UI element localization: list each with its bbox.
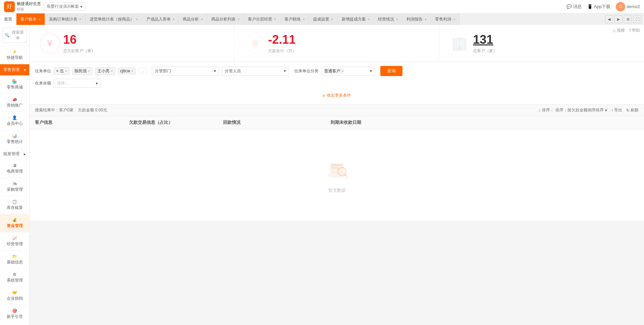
tab-profit-report[interactable]: 利润报告 × <box>402 13 431 25</box>
account-selector[interactable]: 母婴行业演示帐套 ▾ <box>44 2 85 11</box>
sidebar-item-retail-stat[interactable]: 📊 零售统计 <box>0 130 29 148</box>
tab-product-analysis-list[interactable]: 商品分析列表 × <box>207 13 244 25</box>
help-icon: ? <box>629 28 631 33</box>
app-download-btn[interactable]: 📱 App下载 <box>587 4 610 10</box>
tag-value: 王小亮 <box>97 68 110 74</box>
tab-purchase-stat[interactable]: 进货单统计表（按商品） × <box>86 13 142 25</box>
sort-btn[interactable]: ↕ 排序： 排序：按欠款金额倒序排序 ▾ <box>539 107 607 113</box>
tab-business-status[interactable]: 经营情况 × <box>374 13 402 25</box>
filter-more-btn[interactable]: ... <box>138 68 146 74</box>
category-tag-close[interactable]: × <box>342 69 344 73</box>
tab-commission-settings[interactable]: 提成设置 × <box>309 13 338 25</box>
sidebar-item-marketing[interactable]: 📣 营销推广 <box>0 94 29 112</box>
tab-close-icon[interactable]: × <box>201 17 203 21</box>
help-btn[interactable]: ? 帮助 <box>629 28 640 33</box>
sidebar-item-retail-mall[interactable]: 🏪 零售商城 <box>0 76 29 94</box>
collapse-up-icon: ∧ <box>323 93 326 98</box>
tab-close-icon[interactable]: × <box>396 17 398 21</box>
nav-next-btn[interactable]: ▶ <box>614 15 622 23</box>
sidebar-item-operation[interactable]: 📈 经营管理 <box>0 232 29 251</box>
tab-product-analysis[interactable]: 商品分析 × <box>179 13 207 25</box>
sidebar-item-wholesale-mgmt[interactable]: 批发管理 ▸ <box>0 148 29 160</box>
tab-close-icon[interactable]: × <box>79 17 81 21</box>
tag-close-btn[interactable]: × <box>65 69 67 73</box>
sidebar-search-btn[interactable]: 🔍 搜索菜单 <box>3 28 27 43</box>
sidebar-item-member[interactable]: 👤 会员中心 <box>0 112 29 130</box>
tab-home[interactable]: 首页 <box>0 13 16 25</box>
category-tag-value: 普通客户 <box>324 68 340 74</box>
sidebar-item-beginner[interactable]: 🎯 新手引导 <box>0 305 29 323</box>
tab-product-inbound[interactable]: 产成品入库单 × <box>142 13 179 25</box>
refresh-btn[interactable]: ↻ 刷新 <box>626 107 639 113</box>
video-btn[interactable]: ▷ 视频 <box>613 28 625 33</box>
nav-prev-btn[interactable]: ◀ <box>605 15 613 23</box>
sidebar-item-ecommerce[interactable]: 🖥 电商管理 <box>0 160 29 178</box>
sidebar-item-enterprise-collab[interactable]: 🤝 企业协同 <box>0 287 29 305</box>
purchase-icon: 🛍 <box>13 181 17 186</box>
tab-close-icon[interactable]: × <box>173 17 175 21</box>
filter-tag-cjttcw: cjttcw × <box>118 68 136 74</box>
tab-close-icon[interactable]: × <box>136 17 138 21</box>
tab-retail-profit[interactable]: 零售利润 × <box>431 13 460 25</box>
message-icon: 💬 <box>566 4 572 9</box>
tab-purchase-order[interactable]: 采购订单统计表 × <box>45 13 86 25</box>
user-area[interactable]: D demo2 <box>616 2 640 11</box>
sidebar-item-app-center[interactable]: 📱 应用中心 <box>0 323 29 325</box>
sort-value: 排序：按欠款金额倒序排序 <box>555 107 604 113</box>
empty-icon <box>324 156 350 183</box>
sidebar-item-basic-info[interactable]: 📁 基础信息 <box>0 251 29 269</box>
svg-rect-2 <box>332 165 342 166</box>
phone-icon: 📱 <box>587 4 593 9</box>
tab-close-icon[interactable]: × <box>274 17 276 21</box>
basic-info-label: 基础信息 <box>7 259 23 265</box>
sidebar-item-finance[interactable]: 💰 资金管理 <box>0 214 29 232</box>
tab-label: 提成设置 <box>313 16 329 22</box>
tab-close-icon[interactable]: × <box>39 17 41 21</box>
refresh-icon: ↻ <box>626 108 630 113</box>
person-filter[interactable]: 分管人员 ··· ▾ <box>222 67 289 76</box>
tab-customer-contact[interactable]: 客户联络 × <box>281 13 309 25</box>
tab-label: 进货单统计表（按商品） <box>90 16 134 22</box>
retail-stat-icon: 📊 <box>12 134 17 138</box>
query-button[interactable]: 查询 <box>380 66 402 76</box>
tab-close-icon[interactable]: × <box>425 17 427 21</box>
category-filter-label: 往来单位分类 <box>294 68 318 74</box>
logo-area: 好 畅捷通好生意 标版 <box>4 1 41 12</box>
tag-close-btn[interactable]: × <box>132 69 134 73</box>
category-tag: 普通客户 × <box>324 68 344 74</box>
messages-btn[interactable]: 💬 消息 <box>566 4 582 10</box>
sidebar-item-system[interactable]: ⚙ 系统管理 <box>0 269 29 287</box>
sidebar-item-retail-mgmt[interactable]: 零售管理 ▾ <box>0 64 29 76</box>
tab-close-icon[interactable]: × <box>238 17 240 21</box>
category-filter[interactable]: 普通客户 × ▾ <box>321 67 375 76</box>
beginner-icon: 🎯 <box>12 309 17 313</box>
tab-customer-layer[interactable]: 客户分层经营 × <box>244 13 281 25</box>
stat3-label: 总客户（家） <box>473 48 497 54</box>
sidebar-item-purchase[interactable]: 🛍 采购管理 <box>0 178 29 196</box>
dept-filter[interactable]: 分管部门 ··· ▾ <box>152 67 219 76</box>
tag-close-btn[interactable]: × <box>111 69 113 73</box>
sidebar-item-inventory[interactable]: 📋 库存核算 <box>0 196 29 214</box>
ecommerce-label: 电商管理 <box>7 169 23 174</box>
collapse-btn[interactable]: ∧ 收起更多条件 <box>35 91 639 100</box>
chevron-down-icon: ▾ <box>80 4 82 9</box>
logo-icon: 好 <box>4 1 15 12</box>
tab-close-icon[interactable]: × <box>303 17 305 21</box>
export-btn[interactable]: ↑ 导出 <box>611 107 622 113</box>
tab-new-commission[interactable]: 新增提成方案 × <box>338 13 374 25</box>
inventory-label: 库存核算 <box>7 205 23 211</box>
tab-label: 经营情况 <box>378 16 394 22</box>
retail-mall-icon: 🏪 <box>12 79 17 84</box>
nav-fullscreen-btn[interactable]: ⛶ <box>633 15 641 23</box>
logo-text: 畅捷通好生意 <box>17 1 41 7</box>
tab-customer-account[interactable]: 客户账本 × <box>16 13 45 25</box>
tab-close-icon[interactable]: × <box>453 17 455 21</box>
tag-close-btn[interactable]: × <box>88 69 90 73</box>
filter-tag-wang: 王小亮 × <box>95 67 115 75</box>
tab-close-icon[interactable]: × <box>368 17 370 21</box>
logo-text-area: 畅捷通好生意 标版 <box>17 1 41 12</box>
tab-close-icon[interactable]: × <box>331 17 333 21</box>
nav-expand-btn[interactable]: ⊞ <box>624 15 632 23</box>
sidebar-item-quick-nav[interactable]: ⚡ 快捷导航 <box>0 46 29 64</box>
balance-filter[interactable]: 选择... ▾ <box>54 79 101 88</box>
